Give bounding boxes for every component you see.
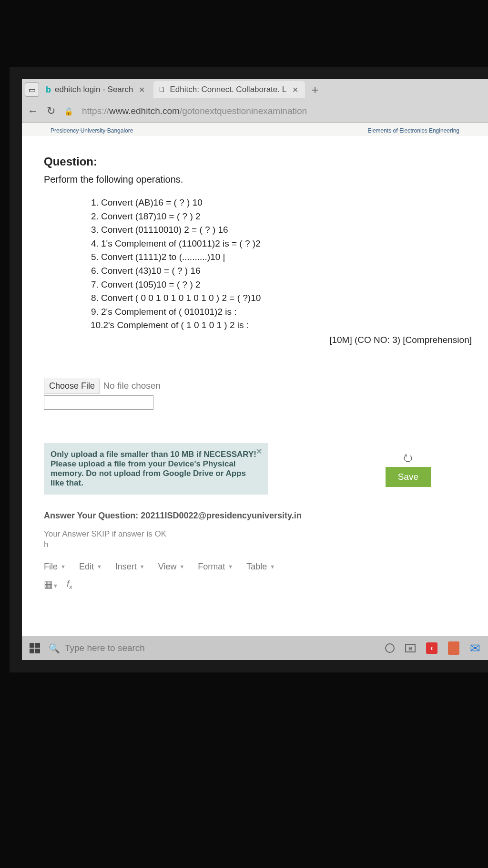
app-icon-red[interactable]: ‹ (426, 642, 437, 654)
page-body: Presidency University Bangalore Elements… (22, 123, 488, 661)
url-path: /gotonextquestioninexamination (180, 106, 307, 116)
bing-icon: b (46, 85, 51, 95)
file-path-input[interactable] (44, 395, 153, 410)
close-icon[interactable]: ✕ (256, 447, 262, 456)
question-marks: [10M] (CO NO: 3) [Comprehension] (44, 335, 477, 345)
question-heading: Question: (44, 155, 477, 168)
menu-label: Edit (79, 562, 94, 572)
menu-format[interactable]: Format▼ (198, 562, 233, 572)
browser-chrome: ▭ b edhitch login - Search ✕ 🗋 Edhitch: … (22, 79, 488, 123)
refresh-button[interactable]: ↻ (47, 105, 55, 117)
formula-icon[interactable]: fx (67, 579, 72, 590)
content-area: Question: Perform the following operatio… (22, 136, 488, 661)
list-item: 2's Complement of ( 010101)2 is : (101, 306, 477, 319)
chevron-down-icon: ▼ (228, 564, 233, 569)
start-button[interactable] (30, 643, 40, 653)
office-icon[interactable] (448, 641, 459, 655)
lock-icon: 🔒 (64, 107, 73, 116)
header-right: Elements of Electronics Engineering (367, 127, 459, 134)
header-strip: Presidency University Bangalore Elements… (22, 127, 488, 134)
editor-toolbar: File▼ Edit▼ Insert▼ View▼ Format▼ Table▼ (44, 562, 477, 572)
close-icon[interactable]: ✕ (290, 85, 300, 94)
close-icon[interactable]: ✕ (137, 85, 147, 94)
menu-table[interactable]: Table▼ (246, 562, 275, 572)
list-item: Convert (105)10 = ( ? ) 2 (101, 279, 477, 291)
task-view-icon[interactable]: ⊟ (405, 644, 416, 652)
chevron-down-icon: ▼ (179, 564, 184, 569)
tab-title: Edhitch: Connect. Collaborate. L (170, 85, 286, 94)
url-field[interactable]: https://www.edhitch.com/gotonextquestion… (82, 106, 307, 116)
url-scheme: https:// (82, 106, 109, 116)
editor-toolbar-row2: ▦▼ fx (44, 579, 477, 590)
list-item: Convert (1111)2 to (..........)10 | (101, 251, 477, 264)
upload-info-card: Only upload a file smaller than 10 MB if… (44, 443, 268, 495)
answer-subtext2: h (44, 540, 477, 549)
menu-label: Table (246, 562, 267, 572)
chevron-down-icon: ▼ (270, 564, 275, 569)
monitor-frame: ▭ b edhitch login - Search ✕ 🗋 Edhitch: … (10, 67, 488, 672)
file-upload-section: Choose File No file chosen (44, 379, 477, 410)
list-item-text: 2's Complement of ( 1 0 1 0 1 ) 2 is : (103, 320, 249, 330)
new-tab-button[interactable]: + (307, 82, 323, 98)
plus-icon: + (312, 83, 319, 97)
answer-subtext: Your Answer SKIP if answer is OK (44, 529, 477, 539)
chevron-down-icon: ▼ (140, 564, 145, 569)
url-host: www.edhitch.com (109, 106, 180, 116)
tab-title: edhitch login - Search (55, 85, 133, 94)
document-icon: 🗋 (158, 85, 166, 94)
question-list: Convert (AB)16 = ( ? ) 10 Convert (187)1… (44, 196, 477, 332)
menu-label: File (44, 562, 58, 572)
menu-label: View (158, 562, 177, 572)
tab-bar: ▭ b edhitch login - Search ✕ 🗋 Edhitch: … (22, 79, 488, 100)
list-item: 10.2's Complement of ( 1 0 1 0 1 ) 2 is … (91, 319, 477, 332)
table-icon[interactable]: ▦▼ (44, 579, 58, 590)
menu-insert[interactable]: Insert▼ (115, 562, 145, 572)
taskbar-search[interactable]: 🔍 Type here to search (49, 643, 201, 654)
panel-icon: ▭ (29, 85, 36, 94)
search-placeholder: Type here to search (65, 643, 145, 653)
list-item: Convert ( 0 0 1 0 1 0 1 0 1 0 ) 2 = ( ?)… (101, 292, 477, 305)
answer-heading: Answer Your Question: 20211ISD0022@presi… (44, 511, 477, 521)
cortana-icon[interactable] (385, 643, 395, 653)
chevron-down-icon: ▼ (53, 583, 58, 589)
save-button[interactable]: Save (386, 467, 431, 487)
tabs-overview-button[interactable]: ▭ (25, 83, 39, 97)
chevron-down-icon: ▼ (97, 564, 102, 569)
info-text: Only upload a file smaller than 10 MB if… (51, 450, 256, 487)
back-button[interactable]: ← (28, 105, 38, 117)
menu-view[interactable]: View▼ (158, 562, 185, 572)
header-left: Presidency University Bangalore (51, 127, 133, 134)
menu-file[interactable]: File▼ (44, 562, 66, 572)
menu-edit[interactable]: Edit▼ (79, 562, 102, 572)
save-area: ⭮ Save (386, 452, 431, 487)
file-chosen-label: No file chosen (103, 381, 161, 391)
list-item: Convert (01110010) 2 = ( ? ) 16 (101, 224, 477, 237)
question-intro: Perform the following operations. (44, 174, 477, 185)
browser-tab-1[interactable]: b edhitch login - Search ✕ (41, 81, 152, 98)
list-item: Convert (187)10 = ( ? ) 2 (101, 210, 477, 223)
menu-label: Insert (115, 562, 137, 572)
mail-icon[interactable]: ✉ (470, 641, 480, 656)
list-item: Convert (AB)16 = ( ? ) 10 (101, 196, 477, 209)
upload-icon: ⭮ (403, 452, 413, 464)
list-item: 1's Complement of (110011)2 is = ( ? )2 (101, 238, 477, 250)
menu-label: Format (198, 562, 225, 572)
list-item: Convert (43)10 = ( ? ) 16 (101, 265, 477, 278)
choose-file-button[interactable]: Choose File (44, 379, 100, 393)
browser-tab-2[interactable]: 🗋 Edhitch: Connect. Collaborate. L ✕ (153, 81, 305, 98)
search-icon: 🔍 (49, 643, 60, 654)
windows-taskbar: 🔍 Type here to search ⊟ ‹ ✉ (22, 636, 488, 660)
address-bar: ← ↻ 🔒 https://www.edhitch.com/gotonextqu… (22, 100, 488, 122)
chevron-down-icon: ▼ (61, 564, 66, 569)
taskbar-tray: ⊟ ‹ ✉ (385, 641, 480, 656)
